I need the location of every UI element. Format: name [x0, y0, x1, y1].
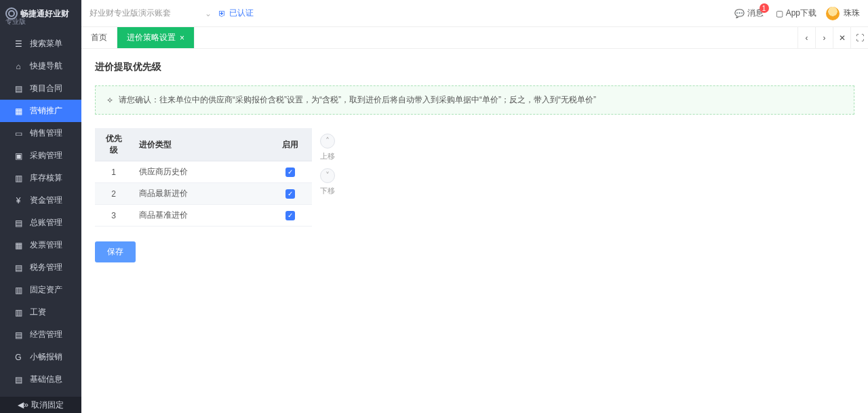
- table-row[interactable]: 2商品最新进价✓: [95, 183, 312, 205]
- sidebar-item-9[interactable]: ▦发票管理: [0, 234, 81, 256]
- table-row[interactable]: 3商品基准进价✓: [95, 205, 312, 227]
- sidebar-item-10[interactable]: ▤税务管理: [0, 256, 81, 279]
- nav-icon: ¥: [14, 196, 23, 205]
- account-selector[interactable]: 好业财专业版演示账套 ⌄: [90, 7, 212, 19]
- fullscreen-icon: ⛶: [856, 33, 864, 43]
- speaker-icon: ◀»: [18, 400, 28, 410]
- move-down-button[interactable]: ˅: [320, 168, 335, 183]
- tab-home-label: 首页: [91, 32, 107, 43]
- account-name: 好业财专业版演示账套: [90, 7, 171, 19]
- nav-icon: ⌂: [14, 62, 23, 71]
- shield-icon: ⛨: [218, 9, 226, 18]
- nav-icon: ▤: [14, 84, 23, 94]
- cell-priority: 2: [95, 183, 132, 205]
- cell-priority: 1: [95, 161, 132, 183]
- nav-icon: ▥: [14, 286, 23, 295]
- move-up-button[interactable]: ˄: [320, 134, 335, 149]
- cell-priority: 3: [95, 205, 132, 227]
- sidebar-item-11[interactable]: ▥固定资产: [0, 279, 81, 301]
- page-content: 进价提取优先级 ✧ 请您确认：往来单位中的供应商“采购报价含税”设置，为“含税”…: [81, 49, 868, 413]
- enable-checkbox[interactable]: ✓: [285, 189, 295, 199]
- nav-icon: ▥: [14, 308, 23, 317]
- enable-checkbox[interactable]: ✓: [285, 211, 295, 220]
- sidebar-item-15[interactable]: ▤基础信息: [0, 368, 81, 391]
- sidebar-item-label: 小畅报销: [30, 351, 62, 363]
- sidebar-item-8[interactable]: ▤总账管理: [0, 212, 81, 234]
- nav-icon: ▤: [14, 263, 23, 273]
- sidebar-item-label: 快捷导航: [30, 60, 62, 72]
- verified-label: 已认证: [229, 7, 254, 19]
- tab-active-label: 进价策略设置: [127, 32, 176, 43]
- sidebar-item-label: 总账管理: [30, 217, 62, 229]
- x-icon: ✕: [839, 33, 846, 43]
- messages-badge: 1: [760, 3, 769, 13]
- sidebar-item-label: 经营管理: [30, 329, 62, 340]
- col-type: 进价类型: [132, 128, 268, 161]
- sidebar-item-label: 税务管理: [30, 262, 62, 273]
- page-title: 进价提取优先级: [95, 61, 854, 73]
- sidebar-item-4[interactable]: ▭销售管理: [0, 122, 81, 144]
- nav-icon: G: [14, 353, 23, 362]
- verified-badge: ⛨ 已认证: [218, 7, 254, 19]
- table-row[interactable]: 1供应商历史价✓: [95, 161, 312, 183]
- sidebar-item-label: 工资: [30, 307, 46, 318]
- sidebar-item-7[interactable]: ¥资金管理: [0, 189, 81, 212]
- sidebar-item-label: 销售管理: [30, 127, 62, 139]
- sidebar-item-13[interactable]: ▤经营管理: [0, 323, 81, 346]
- sidebar-item-2[interactable]: ▤项目合同: [0, 77, 81, 100]
- sidebar-item-1[interactable]: ⌂快捷导航: [0, 55, 81, 77]
- chevron-right-icon: ›: [823, 33, 826, 43]
- cell-type: 商品最新进价: [132, 183, 268, 205]
- sidebar-item-6[interactable]: ▥库存核算: [0, 167, 81, 189]
- col-enable: 启用: [268, 128, 312, 161]
- sidebar-item-label: 固定资产: [30, 284, 62, 296]
- tabs-close-all-button[interactable]: ✕: [833, 27, 850, 48]
- nav-icon: ▦: [14, 106, 23, 116]
- unpin-button[interactable]: ◀» 取消固定: [0, 397, 81, 413]
- user-menu[interactable]: 珠珠: [844, 7, 860, 19]
- app-download-button[interactable]: ▢ App下载: [776, 7, 816, 19]
- top-header: 好业财专业版演示账套 ⌄ ⛨ 已认证 💬 消息 1 ▢ App下载 珠珠: [81, 0, 868, 27]
- user-name: 珠珠: [844, 7, 860, 19]
- chevron-left-icon: ‹: [806, 33, 808, 43]
- sidebar-item-14[interactable]: G小畅报销: [0, 346, 81, 368]
- nav-icon: ▥: [14, 174, 23, 183]
- messages-button[interactable]: 💬 消息 1: [734, 7, 764, 19]
- tab-price-strategy[interactable]: 进价策略设置 ×: [117, 27, 195, 48]
- nav-icon: ▣: [14, 151, 23, 161]
- close-icon[interactable]: ×: [180, 33, 184, 43]
- brand-name: 畅捷通好业财: [20, 8, 69, 20]
- sidebar: 畅捷通好业财 专业版 ☰搜索菜单⌂快捷导航▤项目合同▦营销推广▭销售管理▣采购管…: [0, 0, 81, 413]
- enable-checkbox[interactable]: ✓: [285, 168, 295, 177]
- nav-icon: ▤: [14, 375, 23, 385]
- move-up-label: 上移: [320, 151, 335, 161]
- cell-enable: ✓: [268, 205, 312, 227]
- sidebar-item-label: 搜索菜单: [30, 38, 62, 50]
- fullscreen-button[interactable]: ⛶: [850, 27, 868, 48]
- sidebar-item-label: 基础信息: [30, 374, 62, 385]
- sidebar-item-3[interactable]: ▦营销推广: [0, 100, 81, 122]
- avatar[interactable]: [826, 7, 840, 20]
- tabs-next-button[interactable]: ›: [815, 27, 833, 48]
- phone-icon: ▢: [776, 9, 783, 18]
- sidebar-nav: ☰搜索菜单⌂快捷导航▤项目合同▦营销推广▭销售管理▣采购管理▥库存核算¥资金管理…: [0, 33, 81, 413]
- tab-home[interactable]: 首页: [81, 27, 117, 48]
- nav-icon: ☰: [14, 39, 23, 49]
- sidebar-item-label: 库存核算: [30, 172, 62, 184]
- sidebar-item-label: 采购管理: [30, 150, 62, 161]
- sidebar-item-5[interactable]: ▣采购管理: [0, 144, 81, 167]
- app-download-label: App下载: [786, 7, 816, 19]
- sidebar-item-12[interactable]: ▥工资: [0, 301, 81, 323]
- col-priority: 优先级: [95, 128, 132, 161]
- nav-icon: ▭: [14, 129, 23, 138]
- chat-icon: 💬: [734, 9, 745, 18]
- sidebar-item-label: 营销推广: [30, 105, 62, 117]
- save-button[interactable]: 保存: [95, 241, 136, 262]
- move-controls: ˄ 上移 ˅ 下移: [320, 134, 335, 200]
- sidebar-item-label: 资金管理: [30, 195, 62, 206]
- info-alert: ✧ 请您确认：往来单位中的供应商“采购报价含税”设置，为“含税”，取到进价后将自…: [95, 85, 854, 115]
- priority-table: 优先级 进价类型 启用 1供应商历史价✓2商品最新进价✓3商品基准进价✓: [95, 128, 312, 227]
- cell-type: 商品基准进价: [132, 205, 268, 227]
- sidebar-item-0[interactable]: ☰搜索菜单: [0, 33, 81, 55]
- tabs-prev-button[interactable]: ‹: [797, 27, 815, 48]
